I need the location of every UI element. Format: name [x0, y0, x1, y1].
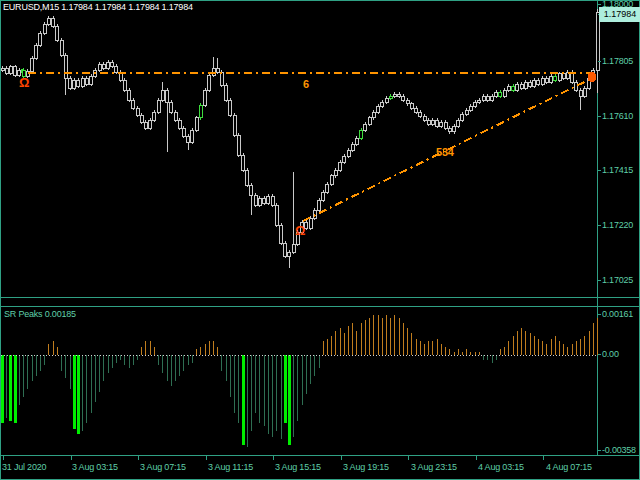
histogram-bar — [546, 344, 547, 355]
candle-body — [524, 82, 527, 88]
histogram-bar — [327, 339, 328, 355]
price-axis-label: 1.17805 — [602, 56, 633, 66]
histogram-bar — [513, 336, 514, 355]
green-tick-marker — [21, 69, 23, 73]
histogram-bar — [454, 352, 455, 355]
candle-body — [250, 185, 253, 195]
candle-body — [491, 96, 494, 100]
candle-body — [440, 122, 443, 126]
candle-body — [465, 110, 468, 114]
candle-body — [280, 225, 283, 243]
candle-body — [448, 128, 451, 132]
histogram-bar — [154, 347, 155, 355]
candle-body — [157, 100, 160, 112]
histogram-bar — [19, 355, 20, 405]
chart-canvas[interactable] — [0, 0, 640, 480]
candle-body — [123, 80, 126, 90]
candle-body — [398, 94, 401, 96]
candle-body — [579, 90, 582, 96]
histogram-bar — [103, 355, 104, 381]
histogram-bar — [411, 333, 412, 354]
histogram-bar — [492, 355, 493, 363]
candle-body — [111, 62, 114, 66]
histogram-bar — [27, 355, 28, 389]
histogram-bar — [302, 355, 303, 405]
candle-body — [419, 112, 422, 116]
candle-body — [216, 68, 219, 72]
histogram-bar — [9, 355, 12, 421]
histogram-bar — [276, 355, 277, 432]
histogram-bar — [32, 355, 33, 381]
candle-body — [351, 144, 354, 150]
omega-marker-left: Ω — [19, 76, 29, 89]
candle-body — [35, 45, 38, 58]
candle-body — [427, 120, 430, 124]
candle-body — [242, 155, 245, 170]
histogram-bar — [508, 341, 509, 354]
candle-body — [5, 68, 8, 73]
ball-marker-right[interactable] — [588, 72, 597, 83]
histogram-bar — [116, 355, 117, 363]
histogram-bar — [44, 355, 45, 366]
histogram-bar — [40, 355, 41, 371]
histogram-bar — [378, 315, 379, 355]
candle-body — [423, 116, 426, 120]
candle-body — [174, 112, 177, 120]
histogram-bar — [133, 355, 134, 366]
histogram-bar — [437, 339, 438, 355]
candle-body — [415, 108, 418, 112]
histogram-bar — [538, 339, 539, 355]
price-axis-label: 1.17025 — [602, 275, 633, 285]
candle-body — [43, 24, 46, 33]
candle-body — [372, 112, 375, 118]
candle-body — [208, 75, 211, 90]
candle-body — [187, 136, 190, 142]
candle-body — [263, 198, 266, 203]
histogram-bar — [167, 355, 168, 381]
candle-body — [550, 76, 553, 82]
candle-body — [254, 195, 257, 205]
histogram-bar — [580, 339, 581, 355]
candle-body — [292, 244, 295, 252]
candle-body — [271, 196, 274, 205]
histogram-bar — [242, 355, 245, 445]
mt4-chart-window: EURUSD,M15 1.17984 1.17984 1.17984 1.179… — [0, 0, 640, 480]
time-axis-label: 3 Aug 11:15 — [208, 462, 253, 472]
histogram-bar — [348, 326, 349, 355]
candle-body — [60, 40, 63, 55]
candle-body — [191, 130, 194, 142]
histogram-bar — [466, 349, 467, 354]
histogram-bar — [217, 347, 218, 355]
candle-body — [507, 86, 510, 90]
histogram-bar — [196, 349, 197, 354]
histogram-bar — [361, 323, 362, 355]
candle-body — [516, 84, 519, 90]
time-axis-label: 3 Aug 15:15 — [275, 462, 321, 472]
histogram-bar — [563, 344, 564, 355]
candle-body — [132, 100, 135, 108]
candle-body — [444, 122, 447, 128]
histogram-bar — [470, 352, 471, 355]
candle-body — [107, 62, 110, 68]
candle-body — [558, 74, 561, 80]
histogram-bar — [259, 355, 260, 424]
histogram-bar — [483, 355, 484, 360]
histogram-bar — [589, 331, 590, 355]
histogram-bar — [99, 355, 100, 392]
histogram-bar — [314, 355, 315, 376]
histogram-bar — [597, 318, 598, 355]
histogram-bar — [91, 355, 92, 413]
histogram-bar — [500, 349, 501, 354]
histogram-bar — [150, 341, 151, 354]
histogram-bar — [53, 341, 54, 354]
candle-body — [14, 67, 17, 75]
histogram-bar — [255, 355, 256, 413]
time-axis-label: 3 Aug 07:15 — [140, 462, 186, 472]
candle-body — [246, 170, 249, 185]
price-axis-label: 1.17220 — [602, 220, 633, 230]
histogram-bar — [399, 318, 400, 355]
histogram-bar — [542, 341, 543, 354]
histogram-bar — [555, 336, 556, 355]
histogram-bar — [14, 355, 17, 424]
histogram-bar — [458, 349, 459, 354]
